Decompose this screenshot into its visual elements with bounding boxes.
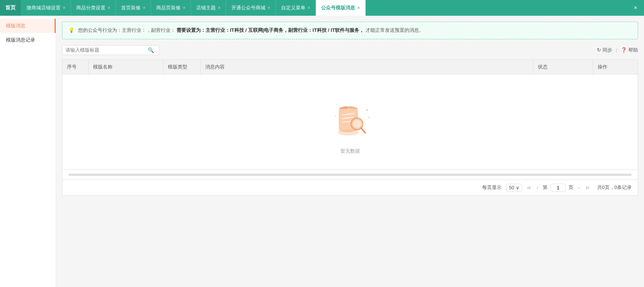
- search-input-wrap[interactable]: 🔍: [62, 45, 159, 55]
- search-right: ↻ 同步 | ❓ 帮助: [597, 47, 638, 54]
- notice-box: 💡 您的公众号行业为：主营行业：，副营行业： 需要设置为：主营行业：IT科技 /…: [62, 22, 638, 39]
- search-bar: 🔍 ↻ 同步 | ❓ 帮助: [62, 45, 638, 55]
- close-shop-settings[interactable]: ×: [63, 5, 65, 10]
- nav-tab-template-msg[interactable]: 公众号模版消息 ×: [316, 0, 366, 16]
- col-header-status: 状态: [533, 59, 593, 74]
- help-button[interactable]: ❓ 帮助: [621, 47, 638, 54]
- close-shop-theme[interactable]: ×: [218, 5, 221, 10]
- close-product-decor[interactable]: ×: [183, 5, 185, 10]
- first-page-button[interactable]: ⊲: [525, 185, 532, 190]
- search-input[interactable]: [65, 47, 148, 53]
- sidebar-item-template-msg-record[interactable]: 模版消息记录: [0, 33, 56, 47]
- help-icon: ❓: [621, 47, 627, 53]
- fake-scrollbar[interactable]: [68, 174, 632, 176]
- sync-button[interactable]: ↻ 同步: [597, 47, 612, 54]
- page-unit-label: 页: [568, 184, 573, 191]
- close-custom-menu[interactable]: ×: [308, 5, 310, 10]
- close-template-msg[interactable]: ×: [357, 5, 360, 10]
- pagination: 每页显示 50 ∨ ⊲ ‹ 第 页 › ⊳ 共0页，0条记录: [62, 180, 638, 196]
- col-header-content: 消息内容: [201, 59, 533, 74]
- chevron-down-icon: ∨: [516, 185, 520, 190]
- top-nav: 首页 微商城店铺设置 × 商品分类设置 × 首页装修 × 商品页装修 × 店铺主…: [0, 0, 644, 16]
- total-text: 共0页，0条记录: [597, 184, 632, 191]
- empty-text: 暂无数据: [341, 148, 360, 155]
- page-size-label: 每页显示: [482, 184, 502, 191]
- last-page-button[interactable]: ⊳: [584, 185, 591, 190]
- current-page-input[interactable]: [551, 184, 566, 192]
- svg-point-5: [353, 120, 361, 128]
- prev-page-button[interactable]: ‹: [535, 185, 540, 190]
- sync-icon: ↻: [597, 47, 601, 53]
- nav-tab-home[interactable]: 首页: [0, 0, 21, 16]
- sidebar: 模版消息 模版消息记录: [0, 16, 56, 287]
- page-size-select[interactable]: 50 ∨: [506, 184, 522, 192]
- svg-point-8: [335, 115, 336, 116]
- close-category-settings[interactable]: ×: [108, 5, 110, 10]
- sidebar-item-template-msg[interactable]: 模版消息: [0, 19, 56, 33]
- search-icon[interactable]: 🔍: [148, 47, 154, 53]
- notice-prefix: 您的公众号行业为：主营行业：，副营行业：: [78, 27, 175, 33]
- col-header-type: 模版类型: [163, 59, 201, 74]
- data-table: 序号 模版名称 模版类型 消息内容 状态 操作: [62, 59, 638, 170]
- svg-point-7: [366, 109, 368, 111]
- col-header-name: 模版名称: [89, 59, 163, 74]
- scrollbar-area: [62, 170, 638, 180]
- svg-point-9: [368, 117, 370, 118]
- col-header-index: 序号: [62, 59, 89, 74]
- page-size-value: 50: [509, 185, 514, 190]
- page-text-label: 第: [543, 184, 548, 191]
- divider: |: [616, 47, 617, 53]
- notice-suffix: 才能正常发送预置的消息。: [366, 27, 424, 33]
- notice-highlight: 需要设置为：主营行业：IT科技 / 互联网|电子商务，副营行业：IT科技 / I…: [176, 27, 364, 33]
- nav-tab-shop-theme[interactable]: 店铺主题 ×: [191, 0, 226, 16]
- empty-state: 暂无数据: [62, 74, 638, 170]
- nav-tab-product-decor[interactable]: 商品页装修 ×: [151, 0, 191, 16]
- nav-tab-open-mall[interactable]: 开通公众号商城 ×: [226, 0, 276, 16]
- nav-tab-category-settings[interactable]: 商品分类设置 ×: [71, 0, 116, 16]
- close-open-mall[interactable]: ×: [268, 5, 270, 10]
- main-content: 💡 您的公众号行业为：主营行业：，副营行业： 需要设置为：主营行业：IT科技 /…: [56, 16, 644, 287]
- empty-illustration: [328, 97, 373, 142]
- bulb-icon: 💡: [68, 27, 74, 33]
- col-header-action: 操作: [593, 59, 638, 74]
- nav-tab-homepage-decor[interactable]: 首页装修 ×: [116, 0, 151, 16]
- next-page-button[interactable]: ›: [576, 185, 581, 190]
- nav-tab-shop-settings[interactable]: 微商城店铺设置 ×: [21, 0, 71, 16]
- global-close-button[interactable]: ×: [627, 0, 644, 16]
- empty-row: 暂无数据: [62, 74, 638, 170]
- main-layout: 模版消息 模版消息记录 💡 您的公众号行业为：主营行业：，副营行业： 需要设置为…: [0, 16, 644, 287]
- svg-line-6: [361, 128, 365, 133]
- nav-tab-custom-menu[interactable]: 自定义菜单 ×: [276, 0, 316, 16]
- close-homepage-decor[interactable]: ×: [143, 5, 145, 10]
